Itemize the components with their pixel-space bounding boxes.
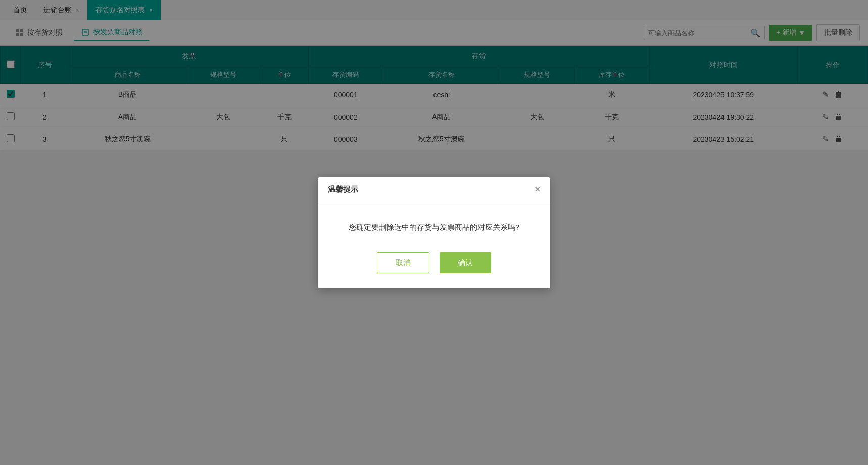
dialog-overlay: 温馨提示 × 您确定要删除选中的存货与发票商品的对应关系吗? 取消 确认	[0, 0, 868, 150]
